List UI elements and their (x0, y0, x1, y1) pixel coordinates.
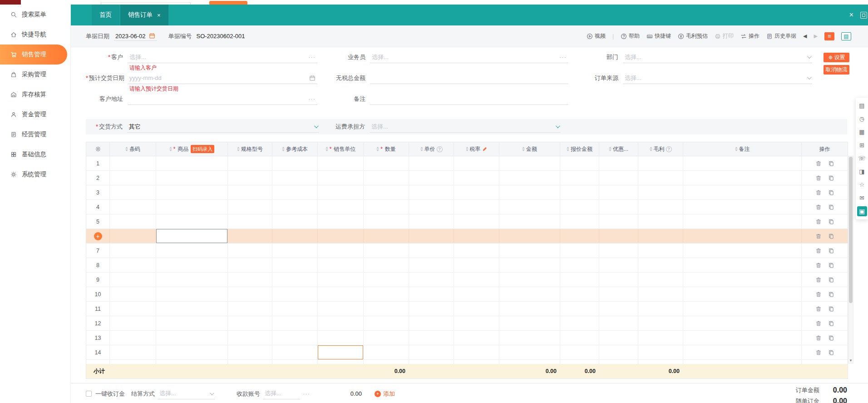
operations-button[interactable]: 操作 (740, 32, 760, 40)
sort-icon[interactable] (326, 147, 328, 151)
cell-tax[interactable] (454, 171, 499, 185)
cell-price[interactable] (409, 258, 454, 272)
cell-spec[interactable] (228, 331, 272, 345)
column-header-cost[interactable]: 参考成本 (272, 142, 318, 156)
deposit-checkbox[interactable] (86, 391, 92, 397)
cell-product[interactable] (156, 287, 228, 301)
cell-amount[interactable] (499, 331, 560, 345)
sort-icon[interactable] (420, 147, 423, 151)
cell-ops[interactable] (802, 273, 848, 287)
scrollbar-down-arrow[interactable]: ▼ (848, 358, 853, 363)
sidebar-item-fund-management[interactable]: 资金管理 (0, 104, 70, 124)
cell-ops[interactable] (802, 200, 848, 214)
cell-barcode[interactable] (110, 345, 156, 359)
copy-row-icon[interactable] (828, 277, 834, 283)
cell-tax[interactable] (454, 258, 499, 272)
cell-spec[interactable] (228, 287, 272, 301)
settings-button[interactable]: 设置 (824, 53, 849, 62)
cell-quote[interactable] (560, 302, 599, 316)
remark-input[interactable] (370, 93, 568, 105)
cell-profit[interactable] (638, 302, 683, 316)
delete-row-icon[interactable] (815, 160, 822, 167)
cell-remark[interactable] (683, 331, 802, 345)
cell-spec[interactable] (228, 156, 272, 170)
cell-unit[interactable] (318, 316, 364, 330)
cell-cost[interactable] (272, 229, 318, 243)
prev-doc-arrow[interactable]: ◀ (803, 33, 807, 39)
copy-row-icon[interactable] (828, 248, 834, 254)
cell-ops[interactable] (802, 287, 848, 301)
cell-discount[interactable] (599, 258, 638, 272)
vertical-scrollbar[interactable]: ▼ (848, 156, 853, 363)
sort-icon[interactable] (169, 147, 172, 151)
sidebar-item-quick-nav[interactable]: 快捷导航 (0, 25, 70, 45)
cell-quote[interactable] (560, 214, 599, 229)
delete-row-icon[interactable] (815, 320, 822, 327)
cell-unit[interactable] (318, 185, 364, 199)
cell-product[interactable] (156, 316, 228, 330)
cell-amount[interactable] (499, 302, 560, 316)
picker-ellipsis-icon[interactable]: ··· (308, 95, 316, 102)
delete-row-icon[interactable] (815, 219, 822, 225)
cell-discount[interactable] (599, 273, 638, 287)
column-header-price[interactable]: 单价? (409, 142, 454, 156)
delete-row-icon[interactable] (815, 291, 822, 298)
cell-ops[interactable] (802, 345, 848, 359)
copy-row-icon[interactable] (828, 189, 834, 196)
cell-qty[interactable] (364, 214, 409, 229)
cell-spec[interactable] (228, 244, 272, 258)
cell-unit[interactable] (318, 244, 364, 258)
column-header-ops[interactable]: 操作 (802, 142, 848, 156)
delete-row-icon[interactable] (815, 306, 822, 312)
cell-profit[interactable] (638, 156, 683, 170)
sort-icon[interactable] (466, 147, 469, 151)
cell-spec[interactable] (228, 214, 272, 229)
top-partial-button[interactable] (209, 1, 247, 5)
cell-quote[interactable] (560, 273, 599, 287)
cell-discount[interactable] (599, 316, 638, 330)
delete-row-icon[interactable] (815, 349, 822, 356)
cell-qty[interactable] (364, 273, 409, 287)
cell-tax[interactable] (454, 273, 499, 287)
cell-price[interactable] (409, 244, 454, 258)
tab-home[interactable]: 首页 (92, 5, 119, 25)
cell-barcode[interactable] (110, 244, 156, 258)
cell-amount[interactable] (499, 287, 560, 301)
cell-cost[interactable] (272, 273, 318, 287)
cell-cost[interactable] (272, 345, 318, 359)
cell-discount[interactable] (599, 302, 638, 316)
delete-row-icon[interactable] (815, 233, 822, 239)
cell-cost[interactable] (272, 316, 318, 330)
unit-cell-input[interactable] (318, 345, 363, 359)
cell-discount[interactable] (599, 156, 638, 170)
order-source-select[interactable]: 选择... (623, 72, 812, 84)
cell-amount[interactable] (499, 156, 560, 170)
cell-remark[interactable] (683, 185, 802, 199)
cell-spec[interactable] (228, 229, 272, 243)
column-header-quote[interactable]: 报价金额 (560, 142, 599, 156)
cell-profit[interactable] (638, 316, 683, 330)
cell-ops[interactable] (802, 316, 848, 330)
cell-ops[interactable] (802, 244, 848, 258)
copy-row-icon[interactable] (828, 320, 834, 327)
cell-price[interactable] (409, 214, 454, 229)
cell-qty[interactable] (364, 244, 409, 258)
add-row-button[interactable]: + (94, 232, 102, 240)
cell-tax[interactable] (454, 185, 499, 199)
cell-price[interactable] (409, 287, 454, 301)
cell-discount[interactable] (599, 214, 638, 229)
print-button[interactable]: 打印 (715, 32, 734, 40)
side-tool-mail-tool-icon[interactable]: ✉ (858, 193, 867, 202)
cell-unit[interactable] (318, 258, 364, 272)
cell-discount[interactable] (599, 287, 638, 301)
cell-tax[interactable] (454, 302, 499, 316)
scan-entry-button[interactable]: 扫码录入 (191, 145, 214, 153)
cell-barcode[interactable] (110, 331, 156, 345)
view-toggle-list-icon[interactable]: ≡ (824, 32, 834, 40)
cell-cost[interactable] (272, 156, 318, 170)
cell-unit[interactable] (318, 156, 364, 170)
cell-profit[interactable] (638, 273, 683, 287)
customer-input[interactable]: 选择... ··· (128, 51, 317, 63)
sidebar-item-basic-info[interactable]: 基础信息 (0, 144, 70, 164)
cell-barcode[interactable] (110, 171, 156, 185)
